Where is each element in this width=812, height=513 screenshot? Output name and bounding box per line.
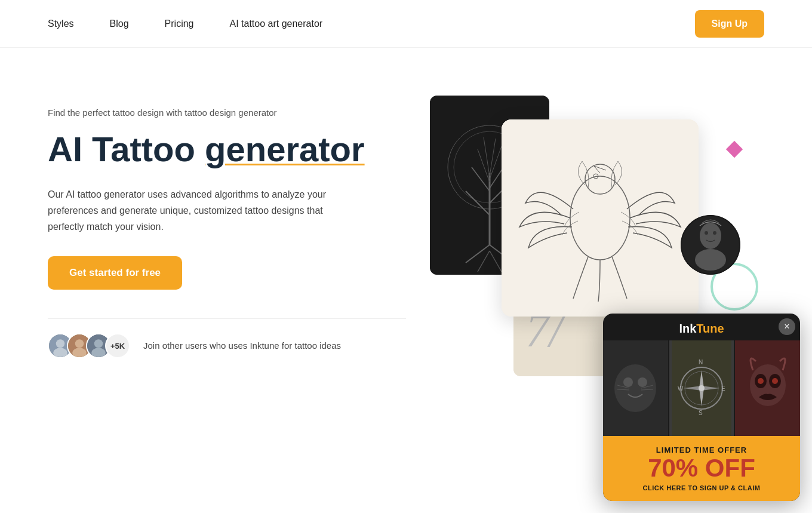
popup-banner: × InkTune <box>603 314 800 501</box>
hero-title-plain: AI Tattoo <box>48 130 205 168</box>
hero-subtitle: Find the perfect tattoo design with tatt… <box>48 107 406 118</box>
svg-point-59 <box>758 378 764 384</box>
nav-ai-generator[interactable]: AI tattoo art generator <box>230 19 323 29</box>
social-proof: +5K Join other users who uses Inktune fo… <box>48 318 406 358</box>
popup-offer-cta: CLICK HERE TO SIGN UP & CLAIM <box>613 484 791 492</box>
avatar-count: +5K <box>105 333 130 358</box>
signup-button[interactable]: Sign Up <box>695 10 764 38</box>
nav-styles[interactable]: Styles <box>48 19 74 29</box>
popup-image-3 <box>735 340 800 436</box>
popup-offer-title: LIMITED TIME OFFER <box>613 446 791 454</box>
decorative-diamond <box>726 141 743 158</box>
hero-description: Our AI tattoo generator uses advanced al… <box>48 186 346 235</box>
svg-text:S: S <box>699 410 703 416</box>
popup-brand-accent: Tune <box>696 322 724 335</box>
svg-point-8 <box>91 348 106 358</box>
hero-left: Find the perfect tattoo design with tatt… <box>48 84 406 358</box>
svg-point-40 <box>638 377 647 387</box>
svg-text:N: N <box>699 359 703 365</box>
svg-point-2 <box>53 348 67 358</box>
site-header: Styles Blog Pricing AI tattoo art genera… <box>0 0 812 48</box>
main-nav: Styles Blog Pricing AI tattoo art genera… <box>48 19 322 29</box>
popup-image-2: N E S W <box>669 340 734 436</box>
popup-header: InkTune <box>603 314 800 340</box>
popup-brand: InkTune <box>679 322 724 336</box>
cta-button[interactable]: Get started for free <box>48 256 182 290</box>
hero-title-underlined: generator <box>205 130 365 168</box>
avatar-group: +5K <box>48 333 134 358</box>
social-text: Join other users who uses Inktune for ta… <box>143 339 341 353</box>
svg-point-50 <box>699 385 705 391</box>
popup-offer[interactable]: LIMITED TIME OFFER 70% OFF CLICK HERE TO… <box>603 436 800 501</box>
svg-text:E: E <box>721 385 725 392</box>
svg-point-31 <box>700 223 721 249</box>
svg-point-4 <box>75 339 84 348</box>
popup-images: N E S W <box>603 340 800 436</box>
svg-rect-25 <box>502 119 699 317</box>
popup-image-1 <box>603 340 668 436</box>
hero-title: AI Tattoo generator <box>48 130 406 170</box>
svg-point-60 <box>772 378 778 384</box>
popup-close-button[interactable]: × <box>779 318 795 335</box>
svg-point-32 <box>695 249 726 271</box>
svg-point-39 <box>623 377 633 387</box>
nav-pricing[interactable]: Pricing <box>165 19 194 29</box>
svg-text:W: W <box>678 385 684 392</box>
svg-point-5 <box>72 348 87 358</box>
tattoo-image-portrait <box>681 215 740 275</box>
svg-point-1 <box>56 339 64 348</box>
svg-point-7 <box>94 339 103 348</box>
svg-point-38 <box>614 364 656 412</box>
svg-point-33 <box>705 231 708 235</box>
tattoo-image-phoenix <box>502 119 699 317</box>
svg-point-34 <box>713 231 716 235</box>
popup-brand-plain: Ink <box>679 322 696 335</box>
popup-offer-discount: 70% OFF <box>613 454 791 482</box>
nav-blog[interactable]: Blog <box>110 19 129 29</box>
